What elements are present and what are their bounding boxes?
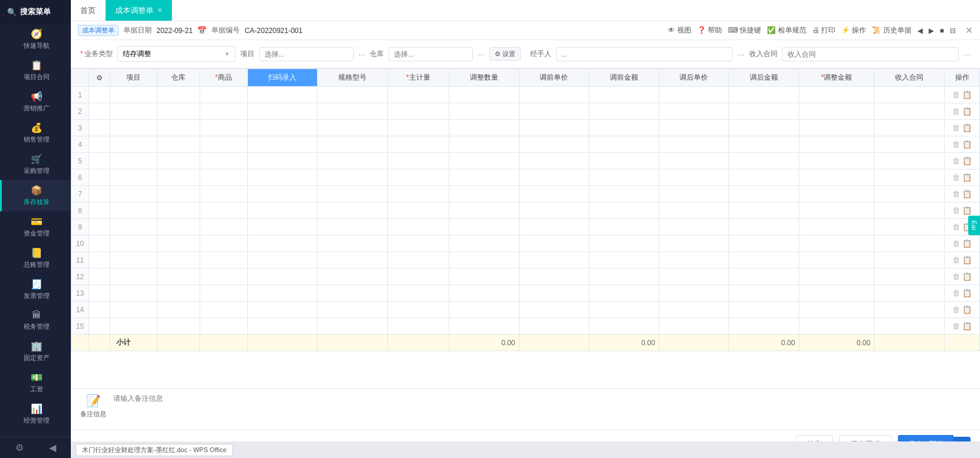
cell-after_unit_price-14[interactable] [659, 302, 729, 318]
cell-project-5[interactable] [110, 153, 158, 169]
cell-settings-12[interactable] [89, 269, 110, 285]
toolbar-action-history[interactable]: 📜 历史单据 [872, 25, 911, 35]
cell-prev_unit_price-5[interactable] [519, 153, 589, 169]
cell-after_unit_price-10[interactable] [659, 235, 729, 252]
delete-icon-2[interactable]: 🗑 [952, 107, 960, 116]
cell-income_contract-1[interactable] [874, 87, 945, 103]
cell-prev_unit_price-13[interactable] [519, 285, 589, 302]
cell-income_contract-10[interactable] [874, 235, 945, 252]
cell-goods-2[interactable] [200, 103, 247, 120]
cell-adjust_amount-3[interactable] [799, 120, 874, 136]
copy-icon-15[interactable]: 📋 [962, 322, 972, 331]
delete-icon-12[interactable]: 🗑 [952, 272, 960, 281]
cell-project-13[interactable] [110, 285, 158, 302]
cell-scan-2[interactable] [247, 103, 318, 120]
cell-scan-12[interactable] [247, 269, 318, 285]
agent-input[interactable] [556, 47, 733, 61]
cell-scan-15[interactable] [247, 318, 318, 335]
cell-after_unit_price-5[interactable] [659, 153, 729, 169]
cell-after_amount-14[interactable] [729, 302, 799, 318]
delete-icon-6[interactable]: 🗑 [952, 173, 960, 182]
project-dots[interactable]: ··· [358, 50, 365, 59]
cell-unit-9[interactable] [387, 219, 449, 235]
cell-prev_unit_price-11[interactable] [519, 252, 589, 269]
cell-prev_amount-13[interactable] [589, 285, 659, 302]
cell-prev_unit_price-12[interactable] [519, 269, 589, 285]
cell-spec-3[interactable] [318, 120, 388, 136]
cell-adjust_qty-4[interactable] [449, 136, 519, 153]
cell-unit-2[interactable] [387, 103, 449, 120]
cell-settings-8[interactable] [89, 202, 110, 219]
cell-adjust_amount-11[interactable] [799, 252, 874, 269]
cell-after_amount-11[interactable] [729, 252, 799, 269]
tab-close-cost-adjust[interactable]: ✕ [157, 6, 162, 14]
cell-after_amount-12[interactable] [729, 269, 799, 285]
copy-icon-4[interactable]: 📋 [962, 140, 972, 149]
notes-input[interactable] [113, 394, 971, 423]
copy-icon-14[interactable]: 📋 [962, 305, 972, 314]
cell-prev_unit_price-14[interactable] [519, 302, 589, 318]
copy-icon-13[interactable]: 📋 [962, 289, 972, 297]
cell-adjust_amount-4[interactable] [799, 136, 874, 153]
copy-icon-12[interactable]: 📋 [962, 272, 972, 281]
sidebar-item-operations-mgmt[interactable]: 📊经营管理 [0, 398, 71, 430]
cell-prev_unit_price-2[interactable] [519, 103, 589, 120]
cell-spec-10[interactable] [318, 235, 388, 252]
cell-warehouse-11[interactable] [157, 252, 200, 269]
cell-warehouse-9[interactable] [157, 219, 200, 235]
delete-icon-4[interactable]: 🗑 [952, 140, 960, 149]
cell-unit-6[interactable] [387, 169, 449, 186]
toolbar-action-prev[interactable]: ◀ [917, 27, 923, 35]
cell-settings-4[interactable] [89, 136, 110, 153]
cell-project-3[interactable] [110, 120, 158, 136]
delete-icon-11[interactable]: 🗑 [952, 256, 960, 264]
agent-dots[interactable]: ··· [737, 50, 744, 59]
cell-goods-15[interactable] [200, 318, 247, 335]
cell-prev_unit_price-3[interactable] [519, 120, 589, 136]
sidebar-item-ledger-mgmt[interactable]: 📒总账管理 [0, 243, 71, 274]
cell-adjust_amount-14[interactable] [799, 302, 874, 318]
cell-prev_amount-14[interactable] [589, 302, 659, 318]
cell-income_contract-12[interactable] [874, 269, 945, 285]
cell-warehouse-4[interactable] [157, 136, 200, 153]
copy-icon-11[interactable]: 📋 [962, 256, 972, 264]
cell-goods-4[interactable] [200, 136, 247, 153]
cell-warehouse-13[interactable] [157, 285, 200, 302]
cell-prev_amount-7[interactable] [589, 186, 659, 202]
cell-after_unit_price-7[interactable] [659, 186, 729, 202]
cell-project-4[interactable] [110, 136, 158, 153]
cell-prev_amount-4[interactable] [589, 136, 659, 153]
toolbar-action-shortcuts[interactable]: ⌨ 快捷键 [728, 25, 761, 35]
cell-scan-8[interactable] [247, 202, 318, 219]
cell-scan-3[interactable] [247, 120, 318, 136]
copy-icon-5[interactable]: 📋 [962, 156, 972, 165]
cell-goods-3[interactable] [200, 120, 247, 136]
cell-income_contract-2[interactable] [874, 103, 945, 120]
copy-icon-2[interactable]: 📋 [962, 107, 972, 116]
cell-prev_unit_price-8[interactable] [519, 202, 589, 219]
cell-scan-14[interactable] [247, 302, 318, 318]
cell-adjust_amount-8[interactable] [799, 202, 874, 219]
toolbar-action-actions[interactable]: ⚡ 操作 [841, 25, 866, 35]
cell-after_unit_price-15[interactable] [659, 318, 729, 335]
cell-unit-8[interactable] [387, 202, 449, 219]
cell-adjust_qty-8[interactable] [449, 202, 519, 219]
cell-scan-7[interactable] [247, 186, 318, 202]
cell-warehouse-7[interactable] [157, 186, 200, 202]
delete-icon-3[interactable]: 🗑 [952, 123, 960, 132]
cell-scan-9[interactable] [247, 219, 318, 235]
cell-after_unit_price-12[interactable] [659, 269, 729, 285]
cell-spec-8[interactable] [318, 202, 388, 219]
cell-adjust_qty-2[interactable] [449, 103, 519, 120]
cell-project-15[interactable] [110, 318, 158, 335]
cell-goods-1[interactable] [200, 87, 247, 103]
sidebar-item-sales-mgmt[interactable]: 💰销售管理 [0, 117, 71, 149]
cell-warehouse-15[interactable] [157, 318, 200, 335]
delete-icon-14[interactable]: 🗑 [952, 305, 960, 314]
delete-icon-9[interactable]: 🗑 [952, 223, 960, 231]
date-edit-icon[interactable]: 📅 [197, 26, 207, 35]
cell-prev_unit_price-10[interactable] [519, 235, 589, 252]
cell-goods-12[interactable] [200, 269, 247, 285]
cell-goods-14[interactable] [200, 302, 247, 318]
cell-settings-2[interactable] [89, 103, 110, 120]
